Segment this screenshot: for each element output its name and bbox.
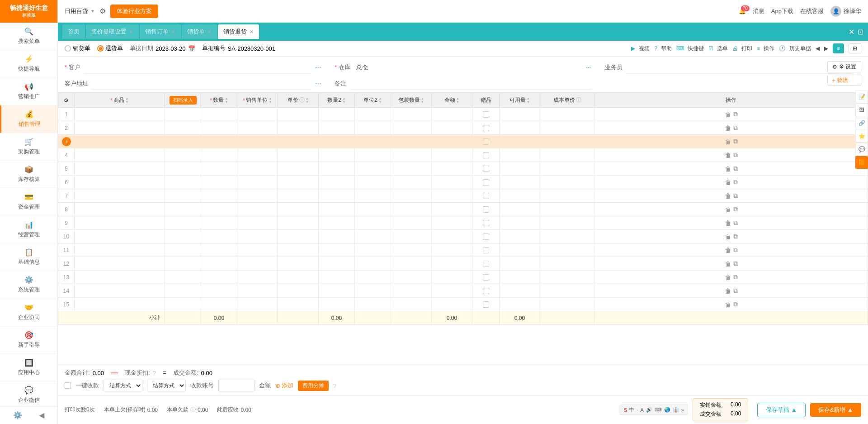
sidebar-item-shortcut[interactable]: ⚡ 快捷导航 [0, 50, 57, 78]
delete-icon[interactable]: 🗑 [725, 274, 731, 281]
sidebar-item-apps[interactable]: 🔲 应用中心 [0, 354, 57, 381]
copy-icon[interactable]: ⧉ [733, 260, 738, 267]
toolbar-select[interactable]: ☑ 选单 [708, 45, 728, 52]
right-tool-image[interactable]: 🖼 [855, 104, 868, 116]
unit2-cell[interactable] [355, 108, 391, 121]
toolbar-shortcut[interactable]: ⌨ 快捷键 [676, 45, 704, 52]
gift-cell-active[interactable] [472, 135, 500, 148]
copy-icon[interactable]: ⧉ [733, 165, 738, 172]
account-input[interactable] [218, 380, 255, 391]
gift-checkbox[interactable] [483, 193, 489, 199]
delete-icon[interactable]: 🗑 [725, 192, 731, 200]
sidebar-item-search[interactable]: 🔍 搜索菜单 [0, 23, 57, 50]
customer-dots-icon[interactable]: ··· [315, 63, 321, 71]
delete-icon[interactable]: 🗑 [725, 287, 731, 295]
delete-icon[interactable]: 🗑 [725, 111, 731, 118]
view-grid-btn[interactable]: ⊞ [849, 43, 861, 53]
sidebar-item-inventory[interactable]: 📦 库存核算 [0, 161, 57, 188]
radio-delivery[interactable]: 销货单 [65, 44, 90, 52]
pkg-qty-cell[interactable] [391, 121, 432, 135]
gift-checkbox[interactable] [483, 206, 489, 213]
delete-icon[interactable]: 🗑 [725, 179, 731, 186]
tab-price-close-icon[interactable]: ✕ [129, 29, 133, 35]
unit-cell-active[interactable] [237, 135, 278, 148]
right-tool-active[interactable]: 🟧 [855, 156, 868, 169]
col-scan[interactable]: 扫码录入 [165, 93, 201, 108]
right-tool-star[interactable]: ⭐ [855, 130, 868, 143]
tab-shrink-icon[interactable]: ⊡ [858, 28, 863, 36]
price-cell[interactable] [278, 108, 319, 121]
copy-icon[interactable]: ⧉ [733, 110, 738, 118]
toolbar-help[interactable]: ? 帮助 [654, 45, 672, 52]
unit-cell[interactable] [237, 108, 278, 121]
gift-cell[interactable] [472, 108, 500, 121]
one-click-checkbox[interactable] [65, 382, 71, 389]
gift-checkbox[interactable] [483, 125, 489, 131]
copy-icon[interactable]: ⧉ [733, 192, 738, 200]
toolbar-nav-prev[interactable]: ◀ [816, 45, 820, 52]
unit-cell[interactable] [237, 121, 278, 135]
sidebar-item-purchase[interactable]: 🛒 采购管理 [0, 133, 57, 161]
address-input[interactable] [92, 77, 311, 90]
gift-checkbox[interactable] [483, 247, 489, 253]
copy-icon[interactable]: ⧉ [733, 300, 738, 308]
toolbar-history[interactable]: 🕐 历史单据 [779, 45, 811, 52]
tab-sales-delivery[interactable]: 销货单 ✕ [182, 24, 217, 39]
copy-icon[interactable]: ⧉ [733, 219, 738, 227]
fee-split-btn[interactable]: 费用分摊 [298, 381, 329, 391]
gift-checkbox[interactable] [483, 261, 489, 267]
copy-icon[interactable]: ⧉ [733, 246, 738, 254]
amount-cell[interactable] [432, 121, 472, 135]
delete-icon[interactable]: 🗑 [725, 206, 731, 213]
sidebar-item-marketing[interactable]: 📢 营销推广 [0, 78, 57, 105]
qty2-cell[interactable] [319, 108, 355, 121]
tab-order-close-icon[interactable]: ✕ [171, 29, 175, 35]
delete-icon[interactable]: 🗑 [725, 165, 731, 172]
pkg-qty-cell-active[interactable] [391, 135, 432, 148]
tab-sales-order[interactable]: 销售订单 ✕ [140, 24, 181, 39]
scan-btn[interactable]: 扫码录入 [170, 96, 197, 105]
company-dropdown[interactable]: 日用百货 ▼ [65, 7, 95, 15]
user-menu[interactable]: 👤 徐泽华 [830, 6, 861, 17]
sidebar-item-enterprise[interactable]: 🤝 企业协同 [0, 299, 57, 326]
delete-icon[interactable]: 🗑 [725, 233, 731, 240]
notification-bell[interactable]: 🔔 70 [739, 8, 746, 14]
add-row-btn[interactable]: + [62, 137, 71, 146]
toolbar-operation[interactable]: ≡ 操作 [757, 45, 774, 52]
toolbar-print[interactable]: 🖨 打印 [732, 45, 752, 52]
address-dots-icon[interactable]: ··· [315, 80, 321, 88]
toolbar-video[interactable]: ▶ 视频 [631, 45, 650, 52]
tab-home[interactable]: 首页 [62, 24, 85, 39]
quantity-cell[interactable] [201, 108, 237, 121]
calc-method-select[interactable]: 结算方式 [147, 380, 186, 391]
save-new-btn[interactable]: 保存&新增 ▲ [810, 403, 861, 417]
gift-checkbox[interactable] [483, 166, 489, 172]
col-gear[interactable]: ⚙ [58, 93, 75, 108]
gift-checkbox[interactable] [483, 111, 489, 118]
app-download-link[interactable]: App下载 [771, 7, 793, 15]
right-tool-link[interactable]: 🔗 [855, 117, 868, 129]
calendar-icon[interactable]: 📅 [188, 45, 195, 52]
sidebar-collapse-btn[interactable]: ◀ [39, 411, 44, 419]
save-draft-btn[interactable]: 保存草稿 ▲ [757, 403, 806, 417]
logistics-btn[interactable]: + 物流 [827, 75, 861, 86]
sidebar-item-finance[interactable]: 💳 资金管理 [0, 188, 57, 216]
delete-icon[interactable]: 🗑 [725, 301, 731, 308]
tab-close-all-icon[interactable]: ✕ [849, 28, 854, 36]
gift-checkbox[interactable] [483, 152, 489, 158]
gift-cell[interactable] [472, 121, 500, 135]
delete-icon[interactable]: 🗑 [725, 260, 731, 267]
product-cell[interactable] [75, 121, 165, 135]
sidebar-settings-btn[interactable]: ⚙️ [13, 411, 22, 419]
gift-checkbox[interactable] [483, 301, 489, 308]
unit2-cell[interactable] [355, 121, 391, 135]
delete-icon[interactable]: 🗑 [725, 124, 731, 132]
right-tool-note[interactable]: 📝 [855, 91, 868, 103]
sidebar-item-wechat[interactable]: 💬 企业微信 [0, 381, 57, 406]
toolbar-nav-next[interactable]: ▶ [824, 45, 828, 52]
right-tool-chat[interactable]: 💬 [855, 143, 868, 156]
tab-delivery-close-icon[interactable]: ✕ [208, 29, 212, 35]
settings-btn[interactable]: ⚙ ⚙ 设置 [827, 61, 861, 72]
quantity-cell[interactable] [201, 121, 237, 135]
gift-checkbox[interactable] [483, 288, 489, 294]
